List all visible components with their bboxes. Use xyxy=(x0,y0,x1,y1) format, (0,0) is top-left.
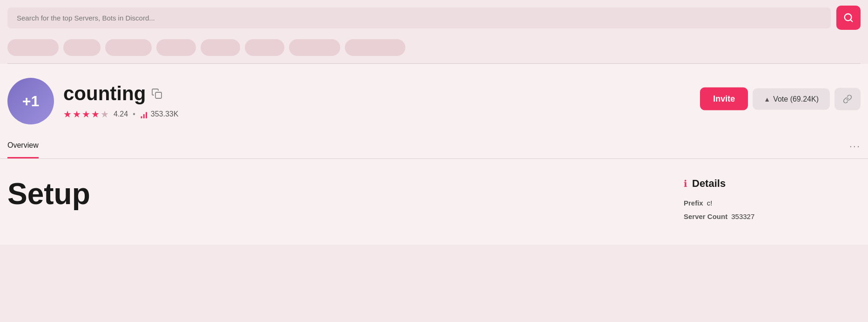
link-icon xyxy=(843,94,852,103)
vote-arrow-icon: ▲ xyxy=(764,95,770,103)
header xyxy=(0,0,868,35)
tabs-section: Overview ··· xyxy=(0,134,868,159)
server-count-value: 353327 xyxy=(731,212,754,220)
nav-pill-6[interactable] xyxy=(245,39,284,56)
copy-icon[interactable] xyxy=(151,88,162,99)
bot-name-row: counting xyxy=(63,82,178,105)
details-panel: ℹ Details Prefix c! Server Count 353327 xyxy=(684,178,861,226)
star-3: ★ xyxy=(82,109,90,120)
nav-pill-2[interactable] xyxy=(63,39,101,56)
star-4: ★ xyxy=(91,109,100,120)
search-icon xyxy=(843,13,854,23)
more-options-button[interactable]: ··· xyxy=(849,140,861,152)
nav-pill-5[interactable] xyxy=(201,39,240,56)
detail-server-count-row: Server Count 353327 xyxy=(684,212,861,220)
nav-pill-3[interactable] xyxy=(105,39,152,56)
rating-value: 4.24 xyxy=(114,110,128,118)
tabs: Overview xyxy=(7,134,54,158)
search-input[interactable] xyxy=(7,7,831,28)
server-count-label: Server Count xyxy=(684,212,727,220)
tab-overview[interactable]: Overview xyxy=(7,134,39,158)
dot-separator: • xyxy=(133,110,135,118)
svg-rect-5 xyxy=(146,112,147,119)
nav-pill-8[interactable] xyxy=(345,39,405,56)
details-header: ℹ Details xyxy=(684,178,861,190)
star-2: ★ xyxy=(73,109,81,120)
vote-label: Vote (69.24K) xyxy=(773,95,819,103)
server-count-icon: 353.33K xyxy=(140,110,179,118)
svg-line-1 xyxy=(850,20,852,21)
svg-rect-4 xyxy=(143,114,145,118)
vote-button[interactable]: ▲ Vote (69.24K) xyxy=(753,88,830,110)
avatar-label: +1 xyxy=(22,93,39,110)
prefix-label: Prefix xyxy=(684,199,703,207)
server-count-display: 353.33K xyxy=(151,110,179,118)
star-1: ★ xyxy=(63,109,72,120)
prefix-value: c! xyxy=(707,199,713,207)
bot-profile: +1 counting ★ ★ ★ ★ ★ 4.24 • xyxy=(0,64,868,134)
bot-name: counting xyxy=(63,82,146,105)
nav-pills xyxy=(0,35,868,63)
star-rating: ★ ★ ★ ★ ★ xyxy=(63,109,109,120)
bot-meta: ★ ★ ★ ★ ★ 4.24 • 353.33K xyxy=(63,109,178,120)
invite-button[interactable]: Invite xyxy=(700,88,748,110)
nav-pill-4[interactable] xyxy=(156,39,196,56)
detail-prefix-row: Prefix c! xyxy=(684,199,861,207)
bot-info: counting ★ ★ ★ ★ ★ 4.24 • xyxy=(63,82,178,120)
setup-title: Setup xyxy=(7,178,656,210)
search-button[interactable] xyxy=(836,6,861,30)
main-content: Setup ℹ Details Prefix c! Server Count 3… xyxy=(0,159,868,245)
star-5: ★ xyxy=(101,109,109,120)
svg-rect-3 xyxy=(141,116,142,119)
nav-pill-1[interactable] xyxy=(7,39,59,56)
content-left: Setup xyxy=(7,178,684,226)
avatar: +1 xyxy=(7,78,54,124)
nav-pill-7[interactable] xyxy=(289,39,340,56)
details-info-icon: ℹ xyxy=(684,178,687,189)
svg-rect-2 xyxy=(155,92,161,98)
details-title: Details xyxy=(692,178,726,190)
action-buttons: Invite ▲ Vote (69.24K) xyxy=(700,88,861,110)
link-button[interactable] xyxy=(834,88,861,110)
